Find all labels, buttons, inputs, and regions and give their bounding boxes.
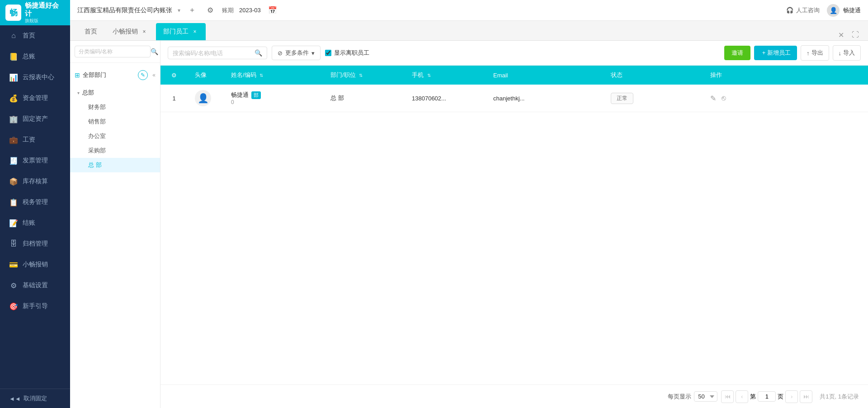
export-icon: ↑ — [807, 50, 810, 57]
dept-search-input[interactable] — [75, 46, 151, 57]
all-dept-item[interactable]: ⊞ 全部部门 ✎ « — [70, 66, 160, 84]
name-wrap: 畅捷通 部 — [231, 91, 316, 99]
tab-expense[interactable]: 小畅报销 × — [105, 23, 155, 40]
sidebar-label-general: 总账 — [23, 52, 35, 61]
sidebar-item-general[interactable]: 📒 总账 — [0, 46, 70, 67]
next-page-button[interactable]: › — [785, 390, 798, 403]
filter-button[interactable]: ⊘ 更多条件 ▾ — [272, 46, 321, 60]
sidebar-item-settings[interactable]: ⚙ 基础设置 — [0, 275, 70, 296]
cell-status: 正常 — [604, 85, 703, 112]
sidebar-label-invoice: 发票管理 — [23, 157, 48, 165]
sidebar-label-home: 首页 — [23, 32, 35, 40]
sidebar-item-inventory[interactable]: 📦 库存核算 — [0, 171, 70, 192]
sidebar-nav: ⌂ 首页 📒 总账 📊 云报表中心 💰 资金管理 🏢 固定资产 💼 工资 🧾 发… — [0, 25, 70, 389]
sidebar-item-checkout[interactable]: 📝 结账 — [0, 213, 70, 233]
th-name[interactable]: 姓名/编码 ⇅ — [224, 66, 323, 85]
tab-dept-close[interactable]: × — [191, 28, 198, 35]
page-size-wrap: 每页显示 50 100 200 — [668, 391, 717, 402]
cell-dept: 总 部 — [323, 85, 405, 112]
grid-icon: ⊞ — [75, 71, 80, 79]
add-label: + 新增员工 — [762, 49, 791, 57]
export-button[interactable]: ↑ 导出 — [801, 45, 829, 61]
filter-label: 更多条件 — [285, 49, 309, 57]
dept-child-purchase[interactable]: 采购部 — [70, 143, 160, 158]
th-phone[interactable]: 手机 ⇅ — [405, 66, 486, 85]
show-resigned-input[interactable] — [325, 50, 331, 56]
prev-page-button[interactable]: ‹ — [736, 390, 748, 403]
last-page-button[interactable]: ⏭ — [800, 390, 812, 403]
dept-label-sales: 销售部 — [88, 118, 106, 125]
settings-topbar-button[interactable]: ⚙ — [204, 4, 217, 17]
import-button[interactable]: ↓ 导入 — [833, 45, 861, 61]
page-input[interactable] — [758, 391, 776, 402]
dept-child-general[interactable]: 总 部 — [70, 158, 160, 172]
dept-collapse-icon[interactable]: « — [152, 72, 156, 78]
cell-phone: 138070602... — [405, 85, 486, 112]
sort-icon-dept: ⇅ — [359, 73, 363, 78]
sidebar-label-inventory: 库存核算 — [23, 177, 48, 185]
sidebar-footer-label: 取消固定 — [24, 394, 47, 403]
user-info[interactable]: 👤 畅捷通 — [827, 4, 861, 17]
import-label: 导入 — [843, 49, 855, 57]
tab-expand-button[interactable]: ⛶ — [850, 29, 861, 40]
pin-icon: ◄◄ — [9, 395, 21, 402]
invite-button[interactable]: 邀请 — [724, 46, 750, 60]
status-badge: 正常 — [611, 93, 633, 104]
sidebar-item-invoice[interactable]: 🧾 发票管理 — [0, 150, 70, 171]
dept-child-office[interactable]: 办公室 — [70, 129, 160, 143]
edit-button[interactable]: ✎ — [710, 94, 716, 103]
signout-button[interactable]: ⎋ — [722, 94, 726, 102]
page-size-select[interactable]: 50 100 200 — [694, 391, 717, 402]
username: 畅捷通 — [843, 6, 861, 14]
sidebar-item-guide[interactable]: 🎯 新手引导 — [0, 296, 70, 317]
sidebar-item-salary[interactable]: 💼 工资 — [0, 129, 70, 150]
dept-search-icon[interactable]: 🔍 — [151, 45, 158, 58]
sidebar-item-tax[interactable]: 📋 税务管理 — [0, 192, 70, 213]
sidebar-item-assets[interactable]: 🏢 固定资产 — [0, 109, 70, 129]
sidebar-item-funds[interactable]: 💰 资金管理 — [0, 88, 70, 109]
th-dept[interactable]: 部门/职位 ⇅ — [323, 66, 405, 85]
show-resigned-checkbox[interactable]: 显示离职员工 — [325, 49, 369, 57]
th-settings[interactable]: ⚙ — [160, 66, 188, 85]
sidebar-item-reports[interactable]: 📊 云报表中心 — [0, 67, 70, 88]
expense-icon: 💳 — [9, 260, 18, 269]
content-area: 🔍 ⊞ 全部部门 ✎ « ▾ 总部 财务部 — [70, 41, 868, 408]
tab-close-button[interactable]: ✕ — [835, 29, 846, 40]
sidebar-item-archive[interactable]: 🗄 归档管理 — [0, 233, 70, 254]
company-dropdown-icon[interactable]: ▾ — [178, 7, 180, 14]
tab-home[interactable]: 首页 — [77, 23, 104, 40]
add-employee-button[interactable]: + 新增员工 — [754, 46, 797, 60]
th-avatar: 头像 — [188, 66, 224, 85]
tab-expense-close[interactable]: × — [141, 28, 148, 35]
headset-icon: 🎧 — [786, 7, 793, 14]
logo-sub: 旗舰版 — [25, 18, 65, 24]
employee-email: chanjethkj... — [493, 95, 524, 102]
table-header-row: ⚙ 头像 姓名/编码 ⇅ 部门/职位 ⇅ — [160, 66, 868, 85]
support-button[interactable]: 🎧 人工咨询 — [786, 6, 820, 14]
filter-icon: ⊘ — [278, 50, 283, 57]
chevron-down-icon: ▾ — [77, 90, 80, 95]
dept-child-finance[interactable]: 财务部 — [70, 100, 160, 114]
sidebar-item-expense[interactable]: 💳 小畅报销 — [0, 254, 70, 275]
tabs-bar: 首页 小畅报销 × 部门员工 × ✕ ⛶ — [70, 21, 868, 41]
tab-dept[interactable]: 部门员工 × — [156, 23, 206, 40]
th-email: Email — [486, 66, 604, 85]
dept-parent-zongbu[interactable]: ▾ 总部 — [70, 85, 160, 100]
dept-label-purchase: 采购部 — [88, 147, 106, 154]
sort-icon-phone: ⇅ — [427, 73, 431, 78]
add-tab-button[interactable]: ＋ — [186, 4, 198, 17]
import-icon: ↓ — [839, 50, 842, 57]
sidebar-logo: 畅 畅捷通好会计 旗舰版 — [0, 0, 70, 25]
employee-tag: 部 — [251, 91, 261, 99]
calendar-icon[interactable]: 📅 — [266, 4, 279, 17]
sidebar-item-home[interactable]: ⌂ 首页 — [0, 25, 70, 46]
search-input[interactable] — [173, 50, 252, 57]
sidebar-unpin-button[interactable]: ◄◄ 取消固定 — [0, 389, 70, 408]
dept-label-general: 总 部 — [88, 161, 102, 168]
dept-edit-button[interactable]: ✎ — [138, 70, 148, 80]
first-page-button[interactable]: ⏮ — [721, 390, 734, 403]
dept-child-sales[interactable]: 销售部 — [70, 114, 160, 129]
sidebar-label-guide: 新手引导 — [23, 302, 48, 310]
support-label: 人工咨询 — [796, 6, 820, 14]
sidebar-label-tax: 税务管理 — [23, 198, 48, 206]
